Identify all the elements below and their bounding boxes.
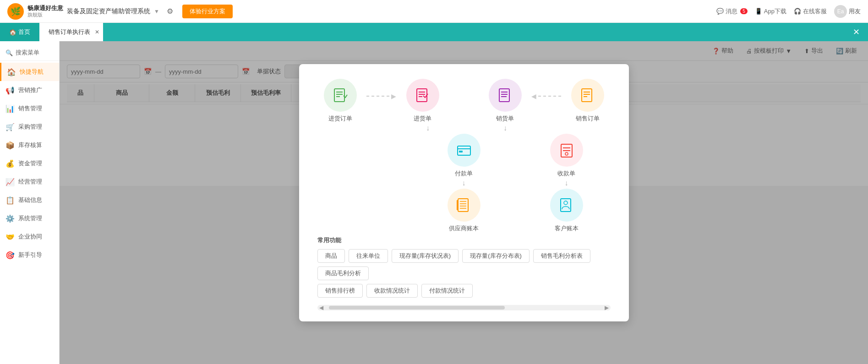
func-btn-inventory-status[interactable]: 现存量(库存状况表) — [392, 249, 459, 263]
dropdown-icon[interactable]: ▼ — [154, 8, 159, 15]
flow-row-arrows-down-2: ↓ ↓ — [317, 179, 611, 187]
tab-home[interactable]: 🏠 首页 — [0, 23, 39, 41]
flow-row-arrows-down: ↓ ↓ — [317, 125, 611, 132]
system-title-text: 装备及固定资产辅助管理系统 — [67, 7, 150, 16]
svg-rect-8 — [499, 89, 509, 102]
func-btn-sales-ranking[interactable]: 销售排行榜 — [317, 284, 363, 298]
flow-row-3: 供应商账本 客户账本 — [317, 189, 611, 233]
sidebar-item-collab-label: 企业协同 — [18, 233, 42, 241]
flow-item-sales-order[interactable]: 销售订单 — [565, 79, 611, 123]
svg-point-30 — [564, 201, 568, 205]
common-functions-title: 常用功能 — [317, 236, 611, 244]
customer-ledger-icon — [558, 196, 575, 214]
operations-icon: 📈 — [5, 177, 15, 186]
flow-item-payment[interactable]: 付款单 — [427, 134, 501, 178]
sidebar-item-purchase-label: 采购管理 — [18, 123, 42, 131]
receipt-label: 收款单 — [557, 169, 575, 178]
popup-card: 进货订单 ▶ — [299, 64, 629, 321]
sales-icon: 📊 — [5, 104, 15, 113]
purchase-receipt-icon — [414, 87, 431, 104]
sidebar-item-system[interactable]: ⚙️ 系统管理 — [0, 209, 59, 228]
flow-item-purchase-order[interactable]: 进货订单 — [317, 79, 363, 123]
sidebar-item-finance-label: 资金管理 — [18, 159, 42, 168]
sidebar: 🔍 搜索菜单 🏠 快捷导航 📢 营销推广 📊 销售管理 🛒 采购管理 📦 库存核… — [0, 41, 60, 364]
online-service-label: 在线客服 — [803, 7, 827, 16]
flow-item-receipt[interactable]: 收款单 — [530, 134, 603, 178]
flow-item-customer-ledger[interactable]: 客户账本 — [530, 189, 603, 233]
app-download-item[interactable]: 📱 App下载 — [755, 7, 786, 16]
customer-ledger-label: 客户账本 — [555, 224, 579, 233]
sidebar-item-sales[interactable]: 📊 销售管理 — [0, 99, 59, 118]
system-icon: ⚙️ — [5, 214, 15, 223]
search-menu[interactable]: 🔍 搜索菜单 — [0, 45, 59, 61]
message-item[interactable]: 💬 消息 5 — [716, 7, 748, 16]
purchase-icon: 🛒 — [5, 122, 15, 131]
user-area[interactable]: Ea 用友 — [834, 5, 861, 18]
func-btn-inventory-dist[interactable]: 现存量(库存分布表) — [462, 249, 530, 263]
svg-rect-0 — [334, 89, 344, 102]
sidebar-item-operations[interactable]: 📈 经营管理 — [0, 173, 59, 191]
sidebar-item-quicknav-label: 快捷导航 — [20, 68, 44, 76]
payment-label: 付款单 — [455, 169, 473, 178]
finance-icon: 💰 — [5, 159, 15, 168]
settings-icon[interactable]: ⚙ — [167, 7, 173, 16]
svg-point-22 — [565, 152, 568, 155]
popup-scrollbar[interactable]: ◀ ▶ — [317, 305, 611, 310]
payment-circle — [448, 134, 480, 167]
down-arrow-sales-receipt: ↓ — [503, 125, 507, 132]
arrow-spacer-mid — [446, 79, 482, 92]
sidebar-item-system-label: 系统管理 — [18, 214, 42, 223]
scroll-right-arrow[interactable]: ▶ — [603, 304, 611, 311]
func-btn-receipt-stats[interactable]: 收款情况统计 — [366, 284, 418, 298]
sidebar-item-guide[interactable]: 🎯 新手引导 — [0, 246, 59, 264]
message-icon: 💬 — [716, 8, 724, 15]
receipt-icon — [558, 141, 575, 159]
svg-rect-29 — [561, 199, 571, 212]
flow-item-sales-receipt[interactable]: 销货单 — [482, 79, 528, 123]
purchase-order-icon — [332, 87, 349, 104]
sidebar-item-quicknav[interactable]: 🏠 快捷导航 — [0, 63, 59, 81]
func-btn-sales-margin[interactable]: 销售毛利分析表 — [533, 249, 590, 263]
sidebar-item-basic-info[interactable]: 📋 基础信息 — [0, 191, 59, 209]
down-arrow-receipt: ↓ — [565, 179, 568, 187]
func-btn-product-margin[interactable]: 商品毛利分析 — [317, 266, 369, 280]
user-name: 用友 — [849, 7, 861, 16]
flow-item-supplier-ledger[interactable]: 供应商账本 — [427, 189, 501, 233]
home-icon: 🏠 — [9, 29, 16, 36]
tab-sales-order-label: 销售订单执行表 — [49, 28, 90, 36]
tab-sales-order[interactable]: 销售订单执行表 ✕ — [39, 23, 103, 41]
avatar-initial: Ea — [837, 8, 844, 15]
avatar: Ea — [834, 5, 847, 18]
sidebar-item-marketing[interactable]: 📢 营销推广 — [0, 81, 59, 99]
scrollbar-thumb[interactable] — [329, 306, 505, 310]
window-close-button[interactable]: ✕ — [848, 27, 864, 37]
payment-icon — [455, 141, 473, 159]
purchase-receipt-label: 进货单 — [414, 114, 431, 123]
svg-rect-28 — [457, 200, 459, 210]
svg-rect-12 — [582, 89, 592, 102]
content-area: ❓ 帮助 🖨 按模板打印 ▼ ⬆ 导出 🔄 刷新 📅 — 📅 — [60, 41, 868, 364]
sidebar-item-collab[interactable]: 🤝 企业协同 — [0, 228, 59, 246]
top-header: 🌿 畅康通好生意 旗舰版 装备及固定资产辅助管理系统 ▼ ⚙ 体验行业方案 💬 … — [0, 0, 868, 23]
message-label: 消息 — [726, 7, 737, 16]
func-btn-payment-stats[interactable]: 付款情况统计 — [421, 284, 473, 298]
tab-close-icon[interactable]: ✕ — [95, 29, 99, 35]
func-btn-product[interactable]: 商品 — [317, 249, 345, 263]
func-btn-contact[interactable]: 往来单位 — [349, 249, 388, 263]
flow-item-purchase-receipt[interactable]: 进货单 — [400, 79, 446, 123]
trial-button[interactable]: 体验行业方案 — [182, 5, 233, 18]
sales-receipt-circle — [489, 79, 522, 112]
sales-order-icon — [579, 87, 596, 104]
logo-icon: 🌿 — [7, 3, 24, 20]
sidebar-item-operations-label: 经营管理 — [18, 178, 42, 186]
sidebar-item-basic-info-label: 基础信息 — [18, 196, 42, 204]
collab-icon: 🤝 — [5, 232, 15, 241]
online-service-item[interactable]: 🎧 在线客服 — [794, 7, 827, 16]
purchase-order-circle — [324, 79, 357, 112]
scroll-left-arrow[interactable]: ◀ — [317, 304, 325, 311]
inventory-icon: 📦 — [5, 141, 15, 150]
sidebar-item-inventory[interactable]: 📦 库存核算 — [0, 136, 59, 154]
sidebar-item-finance[interactable]: 💰 资金管理 — [0, 154, 59, 173]
sidebar-item-purchase[interactable]: 🛒 采购管理 — [0, 118, 59, 136]
sales-order-circle — [571, 79, 604, 112]
